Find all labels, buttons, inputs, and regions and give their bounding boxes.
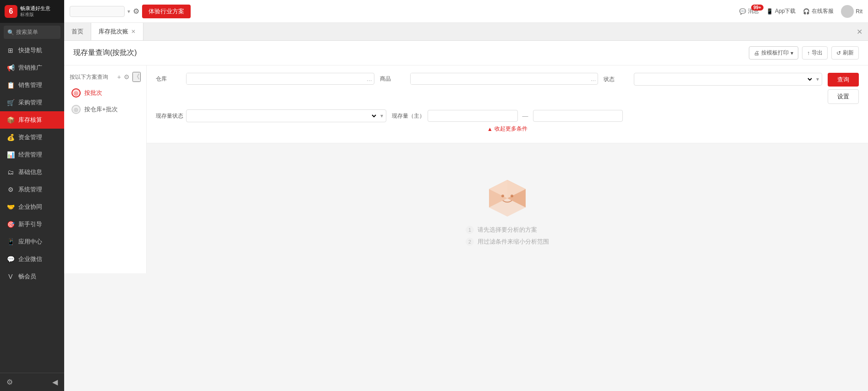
sidebar-nav: ⊞ 快捷导航📢 营销推广📋 销售管理🛒 采购管理📦 库存核算💰 资金管理📊 经营… — [0, 42, 64, 373]
sidebar-item-basic[interactable]: 🗂 基础信息 — [0, 163, 64, 181]
stock-status-select[interactable] — [187, 110, 378, 122]
empty-illustration — [480, 171, 535, 217]
settings-button[interactable]: 设置 — [828, 89, 859, 104]
filter-panel: 按以下方案查询 + ⚙ 《 ◎ 按批次 ◎ 按仓库+批次 — [64, 65, 147, 273]
hint-text-2: 用过滤条件来缩小分析范围 — [478, 238, 549, 246]
app-info: 畅康通好生意 标准版 — [20, 5, 50, 18]
messages-badge: 99+ — [751, 5, 764, 11]
messages-btn[interactable]: 💬 消息 99+ — [739, 7, 759, 15]
refresh-label: 刷新 — [843, 49, 854, 57]
tab-close-btn[interactable]: ✕ — [131, 28, 136, 35]
stock-qty-label: 现存量（主） — [392, 112, 425, 120]
stock-status-select-wrapper: ▾ — [186, 109, 386, 122]
sidebar-search[interactable]: 🔍 搜索菜单 — [4, 26, 60, 39]
sidebar-item-sales[interactable]: 📋 销售管理 — [0, 76, 64, 94]
print-template-btn[interactable]: 🖨 按模板打印 ▾ — [749, 46, 798, 60]
collapse-conditions-btn[interactable]: ▲ 收起更多条件 — [156, 122, 859, 136]
warehouse-label: 仓库 — [156, 75, 183, 83]
nav-icon-apps: 📱 — [6, 238, 15, 246]
topbar: ▾ ⚙ 体验行业方案 💬 消息 99+ 📱 App下载 🎧 在线客服 Rit — [64, 0, 868, 23]
nav-icon-system: ⚙ — [6, 185, 15, 194]
topbar-right: 💬 消息 99+ 📱 App下载 🎧 在线客服 Rit — [739, 5, 863, 18]
refresh-btn[interactable]: ↺ 刷新 — [831, 46, 859, 60]
nav-label-basic: 基础信息 — [18, 168, 42, 176]
stock-qty-from-input[interactable] — [428, 110, 517, 122]
nav-label-finance: 资金管理 — [18, 133, 42, 141]
sidebar-item-inventory[interactable]: 📦 库存核算 — [0, 111, 64, 129]
nav-icon-vip: V — [6, 272, 15, 281]
app-download-label: App下载 — [775, 7, 796, 15]
sidebar-item-system[interactable]: ⚙ 系统管理 — [0, 181, 64, 198]
search-label: 搜索菜单 — [16, 28, 38, 36]
collapse-sidebar-btn[interactable]: ◀ — [51, 377, 59, 387]
status-select[interactable] — [634, 73, 813, 85]
nav-label-system: 系统管理 — [18, 185, 42, 194]
trial-button[interactable]: 体验行业方案 — [142, 5, 191, 18]
online-service-btn[interactable]: 🎧 在线客服 — [803, 7, 834, 15]
filter-settings-btn[interactable]: ⚙ — [124, 72, 130, 82]
hint-text-1: 请先选择要分析的方案 — [478, 226, 537, 234]
sidebar-item-newbie[interactable]: 🎯 新手引导 — [0, 216, 64, 233]
user-profile-btn[interactable]: Rit — [841, 5, 863, 18]
print-chevron-icon: ▾ — [791, 50, 793, 56]
settings-footer-btn[interactable]: ⚙ — [5, 377, 14, 387]
query-button[interactable]: 查询 — [828, 73, 859, 87]
tabs-bar: 首页 库存批次账 ✕ ✕ — [64, 23, 868, 41]
filter-item-by-batch[interactable]: ◎ 按批次 — [64, 85, 146, 101]
nav-label-sales: 销售管理 — [18, 81, 42, 89]
filter-item-by-warehouse-batch[interactable]: ◎ 按仓库+批次 — [64, 101, 146, 118]
filter-add-btn[interactable]: + — [117, 72, 121, 82]
status-label: 状态 — [604, 76, 631, 83]
empty-state: 1 请先选择要分析的方案 2 用过滤条件来缩小分析范围 — [147, 143, 868, 273]
tab-batch-account[interactable]: 库存批次账 ✕ — [91, 23, 143, 40]
topbar-chevron-icon[interactable]: ▾ — [127, 8, 130, 15]
app-download-btn[interactable]: 📱 App下载 — [766, 7, 796, 15]
nav-label-marketing: 营销推广 — [18, 64, 42, 72]
app-logo: 6 — [5, 5, 17, 18]
main-area: ▾ ⚙ 体验行业方案 💬 消息 99+ 📱 App下载 🎧 在线客服 Rit — [64, 0, 868, 391]
stock-status-label: 现存量状态 — [156, 112, 183, 120]
page-header: 现存量查询(按批次) 🖨 按模板打印 ▾ ↑ 导出 ↺ 刷新 — [64, 41, 868, 65]
message-icon: 💬 — [739, 8, 746, 15]
tab-home[interactable]: 首页 — [64, 23, 91, 40]
sidebar: 6 畅康通好生意 标准版 🔍 搜索菜单 ⊞ 快捷导航📢 营销推广📋 销售管理🛒 … — [0, 0, 64, 391]
status-chevron-icon: ▾ — [813, 76, 822, 82]
warehouse-input[interactable] — [187, 73, 365, 84]
product-input[interactable] — [411, 73, 589, 84]
sidebar-item-finance[interactable]: 💰 资金管理 — [0, 129, 64, 146]
nav-label-quicknav: 快捷导航 — [18, 46, 42, 54]
warehouse-dots-btn[interactable]: ... — [365, 75, 374, 82]
sidebar-item-operations[interactable]: 📊 经营管理 — [0, 146, 64, 163]
sidebar-item-apps[interactable]: 📱 应用中心 — [0, 233, 64, 250]
export-btn[interactable]: ↑ 导出 — [802, 46, 828, 60]
nav-icon-wechat: 💬 — [6, 255, 15, 263]
stock-qty-to-input[interactable] — [533, 110, 623, 122]
topbar-gear-icon[interactable]: ⚙ — [133, 7, 139, 16]
nav-icon-collab: 🤝 — [6, 203, 15, 211]
page-actions: 🖨 按模板打印 ▾ ↑ 导出 ↺ 刷新 — [749, 46, 859, 60]
sidebar-item-quicknav[interactable]: ⊞ 快捷导航 — [0, 42, 64, 59]
export-label: 导出 — [812, 49, 823, 57]
product-dots-btn[interactable]: ... — [589, 75, 598, 82]
app-title: 畅康通好生意 — [20, 5, 50, 11]
sidebar-item-marketing[interactable]: 📢 营销推广 — [0, 59, 64, 76]
filter-item-label-wh-batch: 按仓库+批次 — [84, 105, 118, 114]
sidebar-header: 6 畅康通好生意 标准版 — [0, 0, 64, 23]
sidebar-item-collab[interactable]: 🤝 企业协同 — [0, 198, 64, 216]
export-icon: ↑ — [807, 50, 810, 56]
nav-icon-operations: 📊 — [6, 151, 15, 159]
nav-icon-sales: 📋 — [6, 81, 15, 89]
nav-icon-finance: 💰 — [6, 133, 15, 141]
tabs-close-all-btn[interactable]: ✕ — [851, 27, 868, 36]
sidebar-item-wechat[interactable]: 💬 企业微信 — [0, 250, 64, 268]
topbar-search-input[interactable] — [70, 6, 125, 17]
sidebar-item-vip[interactable]: V 畅会员 — [0, 268, 64, 285]
nav-icon-basic: 🗂 — [6, 168, 15, 176]
sidebar-item-purchase[interactable]: 🛒 采购管理 — [0, 94, 64, 111]
nav-label-apps: 应用中心 — [18, 238, 42, 246]
nav-icon-newbie: 🎯 — [6, 220, 15, 228]
collapse-label: 收起更多条件 — [494, 125, 527, 133]
svg-point-5 — [511, 195, 513, 197]
filter-collapse-btn[interactable]: 《 — [132, 72, 141, 82]
page-title: 现存量查询(按批次) — [73, 48, 137, 58]
